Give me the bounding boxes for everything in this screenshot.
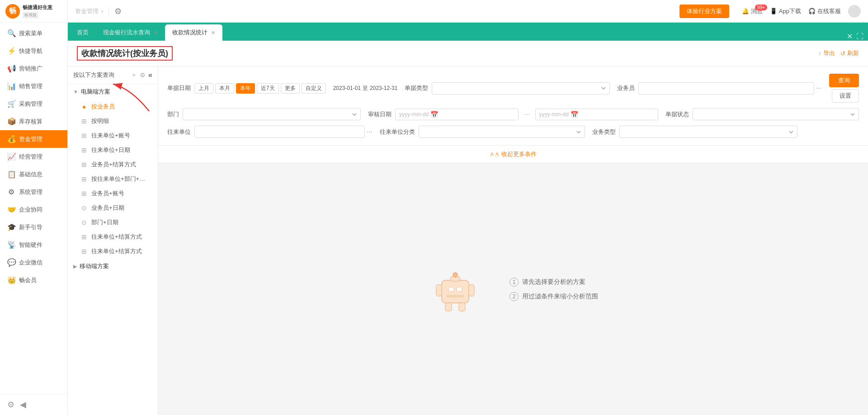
date-btn-this-year[interactable]: 本年	[236, 83, 255, 94]
sidebar-item-purchase[interactable]: 🛒 采购管理	[0, 95, 67, 113]
sidebar-item-operations[interactable]: 📈 经营管理	[0, 148, 67, 165]
refresh-button[interactable]: ↺ 刷新	[840, 49, 859, 57]
doc-status-select[interactable]	[693, 108, 859, 120]
sidebar-item-member[interactable]: 👑 畅会员	[0, 271, 67, 289]
notification-area[interactable]: 🔔 消息 99+	[742, 7, 763, 15]
sidebar-item-inventory[interactable]: 📦 库存核算	[0, 113, 67, 130]
tab-home[interactable]: 首页	[68, 24, 96, 41]
biz-type-filter-group: 业务类型	[592, 126, 797, 138]
audit-date-label: 审核日期	[368, 110, 392, 118]
mobile-section-title[interactable]: ▶ 移动端方案	[68, 259, 158, 274]
export-button[interactable]: ↑ 导出	[819, 49, 835, 57]
operations-icon: 📈	[7, 152, 15, 161]
salesman-more-icon[interactable]: ···	[816, 84, 822, 92]
mobile-section-label: 移动端方案	[80, 262, 109, 270]
panel-item-unit-date[interactable]: ⊞ 往来单位+日期	[68, 143, 158, 157]
date-btn-this-month[interactable]: 本月	[215, 83, 234, 94]
panel-item-salesman-settlement[interactable]: ⊞ 业务员+结算方式	[68, 157, 158, 172]
svg-rect-9	[445, 303, 452, 311]
query-button[interactable]: 查询	[829, 74, 859, 87]
panel-item-unit-dept-collect[interactable]: ⊞ 按往来单位+部门+收...	[68, 172, 158, 186]
tab-bank-flow-close[interactable]: ✕	[154, 30, 158, 36]
close-all-button[interactable]: ✕	[847, 32, 853, 41]
panel-item-label: 按业务员	[91, 103, 115, 111]
tab-collection-stats[interactable]: 收款情况统计 ✕	[165, 24, 222, 41]
add-scheme-icon[interactable]: ＋	[131, 71, 137, 79]
date-range-buttons: 上月 本月 本年 近7天 更多 自定义	[194, 83, 326, 94]
tip-text-2: 用过滤条件来缩小分析范围	[522, 292, 598, 301]
empty-tip-2: 2 用过滤条件来缩小分析范围	[509, 292, 598, 301]
quick-nav-icon: ⚡	[7, 47, 15, 55]
sidebar-item-basic-info[interactable]: 📋 基础信息	[0, 165, 67, 183]
sidebar-item-label: 企业协同	[19, 206, 42, 214]
bell-icon: 🔔	[742, 8, 749, 14]
online-service-area[interactable]: 🎧 在线客服	[808, 7, 841, 15]
panel-item-salesman-account[interactable]: ⊞ 业务员+账号	[68, 186, 158, 201]
sidebar-item-label: 资金管理	[19, 135, 42, 143]
panel-item-dept-date[interactable]: ⊙ 部门+日期	[68, 215, 158, 230]
date-btn-more[interactable]: 更多	[281, 83, 300, 94]
partner-more-icon[interactable]: ···	[367, 128, 373, 136]
collapse-sidebar-icon[interactable]: ◀︎	[20, 400, 26, 410]
sidebar-item-wechat[interactable]: 💬 企业微信	[0, 254, 67, 271]
audit-date-from-input[interactable]: yyyy-mm-dd 📅	[395, 108, 519, 120]
panel-item-label: 业务员+账号	[91, 189, 124, 198]
sidebar-item-enterprise[interactable]: 🤝 企业协同	[0, 201, 67, 218]
date-label: 单据日期	[167, 84, 191, 92]
filter-row-2: 部门 审核日期 yyyy-mm-dd 📅 —	[167, 108, 859, 120]
sidebar-item-marketing[interactable]: 📢 营销推广	[0, 60, 67, 77]
collapse-bar[interactable]: ∧∧ 收起更多条件	[158, 146, 868, 163]
app-download-area[interactable]: 📱 App下载	[770, 7, 801, 15]
date-btn-last-month[interactable]: 上月	[194, 83, 213, 94]
sidebar-item-system[interactable]: ⚙ 系统管理	[0, 183, 67, 201]
sidebar-item-label: 智能硬件	[19, 241, 42, 249]
filter-actions: 查询 设置	[829, 74, 859, 103]
salesman-label: 业务员	[617, 84, 635, 92]
date-btn-custom[interactable]: 自定义	[302, 83, 326, 94]
panel-item-label: 业务员+日期	[91, 204, 124, 212]
settings-scheme-icon[interactable]: ⚙	[140, 71, 146, 79]
doc-type-filter-group: 单据类型	[405, 82, 609, 94]
panel-item-unit-settlement2[interactable]: ⊞ 往来单位+结算方式	[68, 244, 158, 259]
settings-footer-icon[interactable]: ⚙	[7, 400, 14, 410]
page-title-wrapper: 收款情况统计(按业务员)	[77, 46, 173, 61]
breadcrumb-divider: ›	[101, 8, 103, 14]
panel-item-by-detail[interactable]: ⊞ 按明细	[68, 114, 158, 128]
left-panel: 按以下方案查询 ＋ ⚙ «	[68, 66, 158, 415]
tab-collection-stats-close[interactable]: ✕	[211, 30, 215, 36]
partner-category-select[interactable]	[419, 126, 585, 138]
sidebar-item-label: 库存核算	[19, 118, 42, 126]
settings-icon[interactable]: ⚙	[114, 6, 122, 16]
sidebar-item-sales[interactable]: 📊 销售管理	[0, 77, 67, 95]
salesman-input[interactable]	[638, 82, 814, 94]
unit-dept-icon: ⊞	[80, 175, 88, 183]
sidebar-item-guide[interactable]: 🎓 新手引导	[0, 218, 67, 236]
panel-item-unit-account[interactable]: ⊞ 往来单位+账号	[68, 128, 158, 143]
fullscreen-button[interactable]: ⛶	[856, 33, 863, 41]
logo-text-area: 畅捷通好生意 标准版	[23, 4, 52, 19]
user-avatar[interactable]	[848, 5, 861, 18]
partner-input[interactable]	[194, 126, 365, 138]
desktop-section-title[interactable]: ▼ 电脑端方案	[68, 84, 158, 99]
online-service-label: 在线客服	[817, 7, 841, 15]
panel-item-salesman-date[interactable]: ⊙ 业务员+日期	[68, 201, 158, 215]
audit-date-to-input[interactable]: yyyy-mm-dd 📅	[535, 108, 659, 120]
trial-button[interactable]: 体验行业方案	[679, 5, 729, 18]
doc-type-select[interactable]	[432, 82, 609, 94]
sidebar-item-iot[interactable]: 📡 智能硬件	[0, 236, 67, 254]
tip-text-1: 请先选择要分析的方案	[522, 278, 585, 286]
unit-settlement1-icon: ⊞	[80, 233, 88, 241]
collapse-panel-button[interactable]: «	[148, 71, 152, 79]
tab-bank-flow[interactable]: 现金银行流水查询 ✕	[96, 24, 165, 41]
sidebar-item-search-menu[interactable]: 🔍 搜索菜单	[0, 24, 67, 42]
sidebar-item-finance[interactable]: 💰 资金管理	[0, 130, 67, 148]
biz-type-select[interactable]	[619, 126, 797, 138]
svg-rect-10	[459, 303, 465, 311]
date-btn-last-7days[interactable]: 近7天	[257, 83, 279, 94]
filter-settings-button[interactable]: 设置	[832, 89, 859, 103]
filter-area: 单据日期 上月 本月 本年 近7天 更多 自定义 2023-01-0	[158, 66, 868, 146]
dept-select[interactable]	[183, 108, 361, 120]
panel-item-by-salesman[interactable]: ● 按业务员	[68, 99, 158, 114]
panel-item-unit-settlement1[interactable]: ⊞ 往来单位+结算方式	[68, 230, 158, 244]
sidebar-item-quick-nav[interactable]: ⚡ 快捷导航	[0, 42, 67, 60]
